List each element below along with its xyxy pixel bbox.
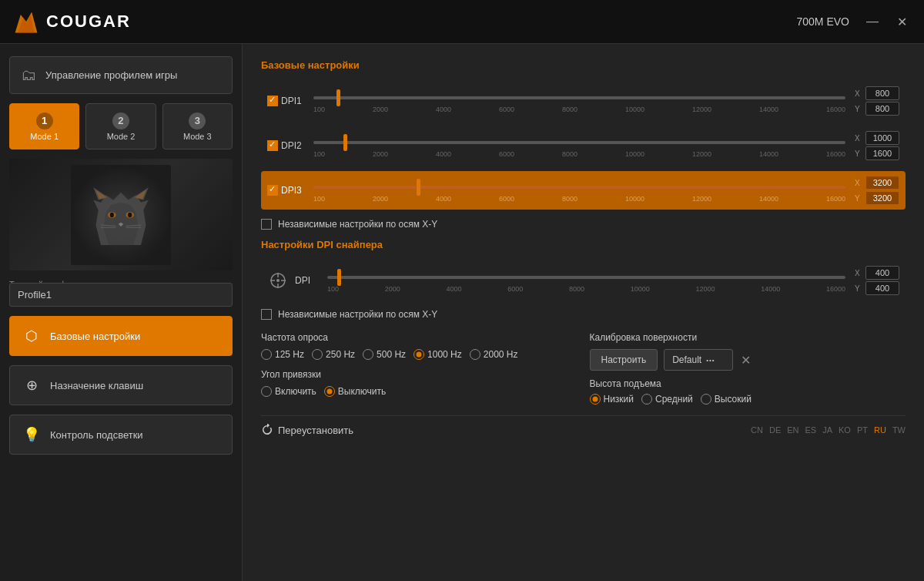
sniper-section: Настройки DPI снайпера DPI 100 [261,239,906,320]
polling-500-item[interactable]: 500 Hz [363,349,406,360]
sniper-x-box: X 400 [855,266,899,280]
calibration-title: Калибровка поверхности [590,332,906,343]
dpi1-slider[interactable] [313,96,845,99]
close-button[interactable]: ✕ [892,13,912,31]
angle-on-radio [261,386,272,397]
dpi3-slider-container: 100 2000 4000 6000 8000 10000 12000 1400… [313,179,845,202]
dpi2-slider[interactable] [313,141,845,144]
polling-250-item[interactable]: 250 Hz [312,349,355,360]
lang-cn[interactable]: CN [751,425,763,435]
mascot-image [9,159,233,270]
dpi3-y-value: 3200 [865,191,899,205]
svg-point-6 [128,212,132,217]
polling-2000-item[interactable]: 2000 Hz [470,349,518,360]
calibration-delete-icon[interactable]: ✕ [741,353,751,368]
profile-manage-button[interactable]: 🗂 Управление профилем игры [9,56,233,94]
dpi1-ticks: 100 2000 4000 6000 8000 10000 12000 1400… [313,106,845,113]
light-icon: 💡 [22,426,41,443]
lang-ja[interactable]: JA [822,425,832,435]
sniper-values: X 400 Y 400 [855,266,899,295]
reset-label: Переустановить [278,425,353,436]
sniper-slider-container: 100 2000 4000 6000 8000 10000 12000 1400… [327,269,845,292]
mode-2-button[interactable]: 2 Mode 2 [85,103,156,149]
dpi2-checkbox[interactable] [267,140,278,151]
reset-button[interactable]: Переустановить [261,424,353,436]
sniper-independent-xy-checkbox[interactable] [261,309,272,320]
bottom-section: Частота опроса 125 Hz 250 Hz 500 Hz [261,332,906,405]
angle-off-item[interactable]: Выключить [324,386,386,397]
polling-1000-label: 1000 Hz [427,349,462,360]
dpi3-slider[interactable] [313,186,845,189]
angle-on-label: Включить [275,386,316,397]
nav-basic-settings-button[interactable]: ⬡ Базовые настройки [9,316,233,356]
lang-tw[interactable]: TW [892,425,906,435]
sniper-dpi-slider[interactable] [327,276,845,279]
settings-icon: ⬡ [22,327,41,344]
lod-low-item[interactable]: Низкий [590,394,634,405]
brand-name: COUGAR [46,12,131,32]
profile-manage-label: Управление профилем игры [45,69,177,81]
lang-es[interactable]: ES [805,425,817,435]
angle-on-item[interactable]: Включить [261,386,316,397]
dpi2-x-box: X 1000 [855,131,899,145]
crosshair-icon [267,270,289,291]
dpi1-row: DPI1 100 2000 4000 6000 8000 10000 12000… [261,82,906,120]
current-profile-section: Текущий профиль игры [9,280,233,307]
mode-1-button[interactable]: 1 Mode 1 [9,103,79,149]
calibration-setup-button[interactable]: Настроить [590,349,658,371]
sniper-independent-xy-label: Независимые настройки по осям X-Y [278,309,437,320]
sniper-dpi-label: DPI [295,275,320,286]
nav-key-assignment-button[interactable]: ⊕ Назначение клавиш [9,365,233,405]
dpi2-row: DPI2 100 2000 4000 6000 8000 10000 12000… [261,126,906,165]
lang-ko[interactable]: KO [839,425,851,435]
calibration-dropdown[interactable]: Default ••• [664,349,733,371]
lod-low-radio [590,394,601,405]
current-profile-input[interactable] [9,283,233,307]
dpi1-slider-container: 100 2000 4000 6000 8000 10000 12000 1400… [313,89,845,113]
cougar-logo: COUGAR [12,8,131,35]
dpi1-label: DPI1 [281,96,306,106]
polling-500-label: 500 Hz [377,349,406,360]
content-area: Базовые настройки DPI1 100 2000 4000 600… [243,44,924,581]
dpi2-x-value: 1000 [865,131,899,145]
mode-3-number: 3 [189,113,206,129]
lod-low-label: Низкий [604,394,634,405]
lod-mid-item[interactable]: Средний [641,394,693,405]
title-bar: COUGAR 700M EVO — ✕ [0,0,924,44]
dpi2-y-value: 1600 [865,146,899,160]
lang-de[interactable]: DE [769,425,781,435]
minimize-button[interactable]: — [862,13,883,30]
main-layout: 🗂 Управление профилем игры 1 Mode 1 2 Mo… [0,44,924,581]
polling-125-item[interactable]: 125 Hz [261,349,304,360]
dpi1-values: X 800 Y 800 [855,86,899,116]
dpi1-checkbox[interactable] [267,96,278,106]
nav-lighting-button[interactable]: 💡 Контроль подсветки [9,415,233,455]
sniper-dpi-row: DPI 100 2000 4000 6000 8000 10000 12000 … [261,261,906,300]
polling-125-radio [261,349,272,360]
polling-title: Частота опроса [261,332,578,343]
lang-pt[interactable]: PT [857,425,868,435]
mode-buttons: 1 Mode 1 2 Mode 2 3 Mode 3 [9,103,233,149]
independent-xy-checkbox[interactable] [261,219,272,230]
nav-basic-settings-label: Базовые настройки [50,331,140,342]
dpi3-checkbox[interactable] [267,185,278,196]
sniper-y-value: 400 [865,281,899,295]
sniper-title: Настройки DPI снайпера [261,239,906,250]
calibration-default-label: Default [672,354,701,365]
dpi1-y-box: Y 800 [855,102,899,116]
svg-point-5 [110,212,114,217]
mode-1-number: 1 [36,113,53,129]
lod-high-item[interactable]: Высокий [701,394,752,405]
polling-125-label: 125 Hz [275,349,304,360]
lang-ru[interactable]: RU [874,425,886,435]
polling-2000-label: 2000 Hz [484,349,518,360]
polling-1000-item[interactable]: 1000 Hz [413,349,462,360]
lang-en[interactable]: EN [787,425,798,435]
reset-icon [261,424,273,436]
sniper-independent-xy-row: Независимые настройки по осям X-Y [261,309,906,320]
lod-high-label: Высокий [715,394,752,405]
nav-key-assignment-label: Назначение клавиш [50,380,143,391]
angle-group: Включить Выключить [261,386,578,397]
dpi3-x-value: 3200 [865,176,899,190]
mode-3-button[interactable]: 3 Mode 3 [162,103,233,149]
